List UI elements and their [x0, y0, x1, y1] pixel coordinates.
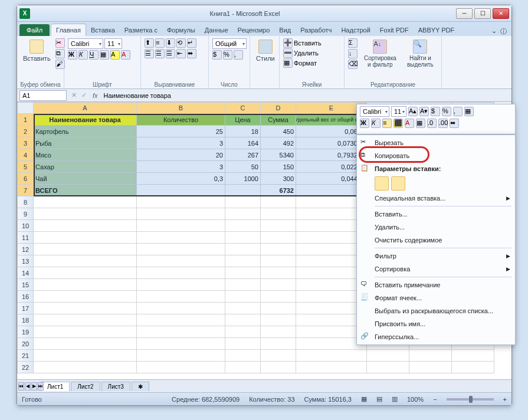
cell[interactable]: Рыба — [34, 137, 137, 149]
ctx-cut[interactable]: ✂Вырезать — [358, 136, 514, 149]
copy-icon[interactable]: ⧉ — [55, 49, 65, 58]
row-header[interactable]: 12 — [17, 244, 34, 255]
font-name-combo[interactable]: Calibri — [68, 38, 103, 49]
cell[interactable]: 18 — [225, 126, 261, 137]
sheet-nav-last[interactable]: ⏭ — [38, 382, 44, 391]
row-header[interactable]: 6 — [17, 173, 34, 185]
cell[interactable]: 164 — [225, 137, 261, 149]
cell[interactable]: 20 — [137, 149, 225, 161]
cell[interactable]: Мясо — [34, 149, 137, 161]
cell[interactable]: 3 — [137, 137, 225, 149]
file-tab[interactable]: Файл — [19, 24, 50, 36]
mini-inc-decimal-button[interactable]: .00 — [438, 119, 448, 128]
row-header[interactable]: 16 — [17, 291, 34, 303]
ctx-clear[interactable]: Очистить содержимое — [358, 234, 514, 247]
mini-format-button[interactable]: ▦ — [464, 107, 474, 116]
row-header[interactable]: 15 — [17, 279, 34, 291]
ctx-sort[interactable]: Сортировка▶ — [358, 262, 514, 275]
row-header[interactable]: 19 — [17, 326, 34, 338]
italic-button[interactable]: К — [78, 50, 88, 60]
cell[interactable]: 1000 — [225, 173, 261, 185]
indent-dec-button[interactable]: ⇤ — [176, 49, 186, 58]
cell[interactable]: 25 — [137, 126, 225, 137]
clear-button[interactable]: ⌫ — [348, 60, 358, 69]
underline-button[interactable]: Ч — [89, 50, 99, 60]
formula-input[interactable]: Наименование товара — [101, 92, 511, 99]
zoom-level[interactable]: 100% — [407, 396, 424, 403]
mini-border-button[interactable]: ▦ — [416, 119, 425, 128]
row-header[interactable]: 20 — [17, 338, 34, 350]
row-header[interactable]: 5 — [17, 161, 34, 173]
close-button[interactable]: ✕ — [493, 8, 509, 19]
cut-icon[interactable]: ✂ — [55, 38, 65, 48]
mini-align-button[interactable]: ≡ — [382, 119, 392, 128]
row-header[interactable]: 10 — [17, 220, 34, 232]
accept-formula-icon[interactable]: ✓ — [79, 91, 89, 99]
cell[interactable]: Сумма — [261, 114, 296, 126]
tab-addins[interactable]: Надстрой — [336, 24, 375, 36]
mini-italic-button[interactable]: К — [371, 119, 381, 128]
align-center-button[interactable]: ☰ — [155, 49, 165, 58]
row-header[interactable]: 11 — [17, 232, 34, 244]
mini-dec-decimal-button[interactable]: .0 — [427, 119, 437, 128]
sort-filter-button[interactable]: A↓Сортировка и фильтр — [360, 38, 401, 69]
mini-fill-button[interactable]: ⬛ — [393, 119, 403, 128]
autosum-button[interactable]: Σ — [348, 38, 358, 48]
cells-insert-button[interactable]: ➕Вставить — [283, 38, 322, 48]
ctx-filter[interactable]: Фильтр▶ — [358, 250, 514, 262]
cell[interactable]: 300 — [261, 173, 296, 185]
ctx-insert[interactable]: Вставить... — [358, 208, 514, 221]
sheet-tab[interactable]: Лист2 — [71, 382, 100, 391]
font-color-button[interactable]: A — [121, 50, 130, 60]
row-header[interactable]: 17 — [17, 303, 34, 314]
cell[interactable]: 5340 — [261, 149, 296, 161]
mini-comma-button[interactable]: , — [453, 107, 463, 116]
row-header[interactable]: 13 — [17, 255, 34, 267]
mini-merge-button[interactable]: ⬌ — [450, 119, 459, 128]
align-right-button[interactable]: ☰ — [166, 49, 175, 58]
view-break-icon[interactable]: ▥ — [392, 395, 398, 403]
format-painter-icon[interactable]: 🖌 — [55, 60, 65, 69]
tab-insert[interactable]: Вставка — [86, 24, 120, 36]
align-mid-button[interactable]: ≡ — [155, 38, 165, 48]
find-select-button[interactable]: 🔍Найти и выделить — [403, 38, 438, 69]
paste-button[interactable]: Вставить — [21, 38, 53, 63]
tab-developer[interactable]: Разработч — [296, 24, 336, 36]
col-header-c[interactable]: C — [225, 102, 261, 114]
row-header[interactable]: 8 — [17, 196, 34, 208]
zoom-slider[interactable] — [447, 398, 494, 401]
border-button[interactable]: ▦ — [100, 50, 109, 60]
cell[interactable]: 492 — [261, 137, 296, 149]
mini-grow-font-button[interactable]: A▴ — [408, 107, 418, 116]
merge-button[interactable]: ⬌ — [187, 49, 196, 58]
tab-home[interactable]: Главная — [51, 24, 86, 36]
row-header[interactable]: 14 — [17, 267, 34, 279]
cell[interactable]: Картофель — [34, 126, 137, 137]
styles-button[interactable]: Стили — [254, 38, 277, 63]
cell[interactable]: Наименование товара — [34, 114, 137, 126]
minimize-button[interactable]: ─ — [456, 8, 473, 19]
row-header[interactable]: 3 — [17, 137, 34, 149]
sheet-tab[interactable]: Лист1 — [41, 382, 70, 391]
ctx-hyperlink[interactable]: 🔗Гиперссылка... — [358, 330, 514, 343]
ctx-comment[interactable]: 🗨Вставить примечание — [358, 278, 514, 291]
font-size-combo[interactable]: 11 — [104, 38, 122, 49]
view-normal-icon[interactable]: ▦ — [361, 395, 367, 403]
sheet-tab[interactable]: Лист3 — [101, 382, 130, 391]
comma-button[interactable]: , — [234, 50, 243, 60]
col-header-a[interactable]: A — [34, 102, 137, 114]
mini-bold-button[interactable]: Ж — [360, 119, 369, 128]
row-header[interactable]: 2 — [17, 126, 34, 137]
name-box[interactable]: A1 — [19, 90, 67, 101]
cell[interactable]: ВСЕГО — [34, 185, 137, 196]
tab-view[interactable]: Вид — [274, 24, 296, 36]
mini-shrink-font-button[interactable]: A▾ — [419, 107, 429, 116]
row-header[interactable]: 22 — [17, 362, 34, 373]
cell[interactable]: Чай — [34, 173, 137, 185]
cell[interactable]: 50 — [225, 161, 261, 173]
cells-format-button[interactable]: ▦Формат — [283, 58, 317, 68]
mini-currency-button[interactable]: $ — [431, 107, 440, 116]
ctx-paste-special[interactable]: Специальная вставка...▶ — [358, 192, 514, 205]
cells-delete-button[interactable]: ➖Удалить — [283, 48, 319, 58]
sheet-nav-next[interactable]: ▶ — [31, 382, 37, 391]
